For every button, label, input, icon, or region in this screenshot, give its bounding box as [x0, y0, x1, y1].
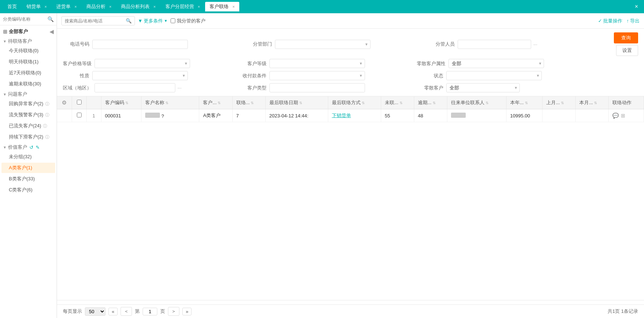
filter-customer-type-field: 客户类型: [240, 83, 417, 92]
filter-price-tier-select[interactable]: [94, 59, 190, 68]
filter-retail-customer-select[interactable]: 全部: [446, 83, 520, 92]
more-filters-btn[interactable]: ▼ 更多条件 ▼: [138, 18, 168, 24]
sidebar-item-overdue[interactable]: 逾期未联络(30): [1, 79, 55, 89]
customer-name-text: ?: [161, 113, 164, 119]
sidebar-item-overdue-label: 逾期未联络(30): [9, 81, 41, 86]
th-code: 客户编码 ⇅: [101, 96, 142, 109]
setting-btn[interactable]: 设置: [616, 45, 638, 56]
nav-sales[interactable]: 销货单 ×: [22, 2, 51, 11]
my-customers-checkbox[interactable]: [171, 18, 175, 23]
filter-row-4: 区域（地区） ··· 客户类型 零散客户 全部 ▼: [63, 83, 638, 92]
last-contact-way-link[interactable]: 下销货单: [332, 113, 351, 118]
sort-icon-no-contact: ⇅: [400, 101, 402, 105]
sidebar-section-problem[interactable]: ▼ 问题客户: [0, 89, 57, 98]
nav-customer-contact[interactable]: 客户联络 ×: [205, 2, 239, 11]
filter-customer-tier-select[interactable]: [269, 59, 365, 68]
sidebar-section-value-label: 价值客户: [8, 144, 27, 151]
sidebar-collapse-btn[interactable]: ◀: [50, 29, 54, 35]
nav-purchase[interactable]: 进货单 ×: [52, 2, 81, 11]
row-checkbox[interactable]: [77, 113, 82, 117]
sidebar-item-b-class[interactable]: B类客户(33): [1, 174, 55, 184]
sidebar-item-churned[interactable]: 已流失客户(24) ⓘ: [1, 121, 55, 131]
toolbar-search-input[interactable]: [65, 18, 124, 24]
sidebar-search-input[interactable]: [3, 17, 46, 22]
sidebar-item-tomorrow-label: 明天待联络(1): [9, 59, 39, 64]
customer-table: ⚙ 客户编码 ⇅: [57, 96, 644, 122]
arrow-problem: ▼: [3, 92, 7, 96]
sidebar-section-pending[interactable]: ▼ 待联络客户: [0, 36, 57, 45]
nav-product-list-close[interactable]: ×: [153, 4, 155, 9]
chat-action-icon[interactable]: 💬: [612, 113, 619, 119]
nav-product-analysis-close[interactable]: ×: [109, 4, 111, 9]
filter-person-dots[interactable]: ···: [531, 42, 540, 47]
filter-status-field: 状态 ▼: [417, 71, 594, 80]
sidebar-all-customers-label: 全部客户: [9, 28, 28, 35]
filter-region-input[interactable]: [94, 83, 175, 92]
td-actions: 💬 ⊞: [609, 109, 644, 122]
td-this-year: 10995.00: [506, 109, 542, 122]
sidebar-search-icon[interactable]: 🔍: [47, 16, 54, 22]
filter-dept-select[interactable]: [275, 40, 371, 49]
nav-customer-tier-close[interactable]: ×: [198, 4, 200, 9]
sidebar-item-week[interactable]: 近7天待联络(0): [1, 68, 55, 78]
sidebar-item-a-class[interactable]: A类客户(1): [1, 163, 55, 173]
th-checkbox: [72, 96, 86, 109]
th-contact-label: 联络...: [236, 99, 250, 106]
prev-page-btn[interactable]: ＜: [121, 307, 132, 316]
next-page-btn[interactable]: ＞: [168, 307, 179, 316]
nav-close-all[interactable]: ×: [632, 3, 641, 10]
nav-product-list[interactable]: 商品分析列表 ×: [117, 2, 160, 11]
nav-customer-tier[interactable]: 客户分层经营 ×: [161, 2, 204, 11]
sidebar-item-ungrouped[interactable]: 未分组(32): [1, 152, 55, 162]
nav-purchase-close[interactable]: ×: [74, 4, 76, 9]
page-input[interactable]: [143, 308, 157, 315]
sidebar-section-pending-label: 待联络客户: [8, 38, 32, 45]
filter-payment-select[interactable]: [269, 71, 365, 80]
filter-nature-select[interactable]: [92, 71, 188, 80]
grid-action-icon[interactable]: ⊞: [621, 113, 625, 119]
select-all-checkbox[interactable]: [77, 100, 82, 105]
th-overdue-label: 逾期...: [418, 99, 432, 106]
th-actions-label: 联络动作: [612, 100, 632, 105]
nav-home[interactable]: 首页: [3, 2, 21, 11]
td-history: [447, 109, 506, 122]
filter-person-field: 分管人员 ···: [428, 40, 611, 49]
sort-icon-last-month: ⇅: [561, 101, 564, 105]
sidebar-item-churn-warning[interactable]: 流失预警客户(3) ⓘ: [1, 110, 55, 120]
query-btn[interactable]: 查询: [614, 32, 638, 43]
th-name: 客户名称 ⇅: [142, 96, 199, 109]
filter-person-input[interactable]: [458, 40, 531, 49]
filter-status-select[interactable]: [446, 71, 542, 80]
export-btn[interactable]: ↑ 导出: [627, 18, 640, 24]
per-page-select[interactable]: 50 100: [85, 307, 105, 316]
filter-region-dots[interactable]: ···: [175, 85, 184, 91]
sidebar-item-repurchase-label: 回购异常客户(2): [9, 101, 43, 106]
filter-label: 更多条件: [144, 18, 163, 24]
nav-sales-close[interactable]: ×: [44, 4, 47, 9]
nav-product-analysis-label: 商品分析: [86, 3, 105, 10]
sidebar-item-tomorrow[interactable]: 明天待联络(1): [1, 57, 55, 67]
first-page-btn[interactable]: «: [108, 308, 118, 315]
td-last-contact-date: 2023-04-12 14:44:: [265, 109, 328, 122]
refresh-icon[interactable]: ↺: [29, 145, 33, 150]
td-code: 000031: [101, 109, 142, 122]
last-page-btn[interactable]: »: [182, 308, 192, 315]
sidebar: 🔍 ⊞ 全部客户 ◀ ▼ 待联络客户 今天待联络(0) 明天待联络(1) 近7天…: [0, 13, 57, 318]
settings-icon[interactable]: ⚙: [62, 99, 67, 106]
filter-retail-attr-select[interactable]: 全部: [448, 59, 544, 68]
horizontal-scrollbar[interactable]: [57, 300, 644, 304]
sidebar-item-declining[interactable]: 持续下滑客户(2) ⓘ: [1, 132, 55, 142]
filter-customer-type-input[interactable]: [269, 83, 365, 92]
batch-ops-btn[interactable]: ✓ 批量操作: [598, 18, 622, 24]
filter-phone-input[interactable]: [92, 40, 188, 49]
nav-sales-label: 销货单: [26, 3, 41, 10]
toolbar-search-icon[interactable]: 🔍: [126, 18, 132, 24]
nav-product-analysis[interactable]: 商品分析 ×: [82, 2, 116, 11]
nav-customer-contact-close[interactable]: ×: [232, 4, 235, 9]
sidebar-item-repurchase-anomaly[interactable]: 回购异常客户(2) ⓘ: [1, 99, 55, 109]
th-no-contact: 未联... ⇅: [381, 96, 414, 109]
sidebar-item-c-class[interactable]: C类客户(6): [1, 185, 55, 195]
sidebar-item-today[interactable]: 今天待联络(0): [1, 46, 55, 56]
filter-dept-label: 分管部门: [246, 41, 275, 47]
edit-icon[interactable]: ✎: [36, 145, 40, 150]
